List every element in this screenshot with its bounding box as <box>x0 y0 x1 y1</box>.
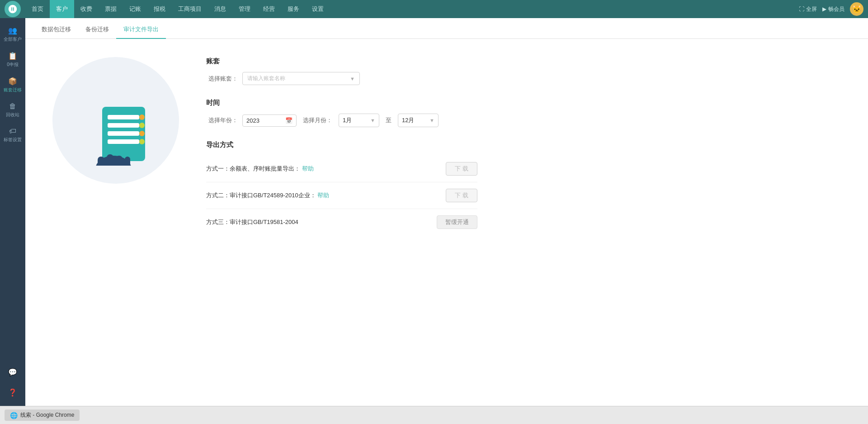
taskbar: 🌐 线索 - Google Chrome <box>0 406 868 424</box>
month-end-select[interactable]: 12月 ▼ <box>398 114 439 127</box>
nav-business[interactable]: 工商项目 <box>172 0 208 18</box>
svg-point-7 <box>139 131 145 136</box>
method-1-text: 方式一：余额表、序时账批量导出： 帮助 <box>206 165 314 173</box>
sidebar: 👥 全部客户 📋 0申报 📦 账套迁移 🗑 回收站 🏷 标签设置 💬 ❓ <box>0 18 25 406</box>
chrome-icon: 🌐 <box>10 412 18 419</box>
sidebar-bottom: 💬 ❓ <box>8 363 17 406</box>
svg-rect-2 <box>108 123 139 128</box>
method-1-download-button[interactable]: 下 载 <box>446 162 477 176</box>
method-3-text: 方式三：审计接口GB/T19581-2004 <box>206 218 298 226</box>
migration-icon: 📦 <box>8 77 17 86</box>
sidebar-help-icon[interactable]: ❓ <box>8 384 17 401</box>
fullscreen-button[interactable]: ⛶ 全屏 <box>799 5 817 13</box>
nav-home[interactable]: 首页 <box>25 0 50 18</box>
svg-rect-3 <box>108 131 139 136</box>
svg-rect-10 <box>98 157 104 166</box>
svg-rect-1 <box>108 115 139 119</box>
method-1-help-link[interactable]: 帮助 <box>302 165 314 172</box>
method-2-label: 方式二：审计接口GB/T24589-2010企业： <box>206 192 316 199</box>
method-1-label: 方式一：余额表、序时账批量导出： <box>206 165 300 172</box>
account-select[interactable]: 请输入账套名称 ▼ <box>242 72 360 85</box>
illustration-svg <box>75 75 156 166</box>
month-start-select[interactable]: 1月 ▼ <box>339 114 379 127</box>
sidebar-item-zero-declaration[interactable]: 📋 0申报 <box>0 47 25 72</box>
nav-service[interactable]: 服务 <box>281 0 306 18</box>
member-button[interactable]: ▶ 畅会员 <box>822 5 844 13</box>
recycle-icon: 🗑 <box>9 102 16 110</box>
svg-rect-4 <box>108 139 139 144</box>
year-input-wrap[interactable]: 2023 📅 <box>242 114 297 127</box>
account-row: 选择账套： 请输入账套名称 ▼ <box>206 72 477 85</box>
svg-point-8 <box>139 139 145 144</box>
nav-settings[interactable]: 设置 <box>306 0 330 18</box>
calendar-icon: 📅 <box>285 117 292 124</box>
export-method-2: 方式二：审计接口GB/T24589-2010企业： 帮助 下 载 <box>206 182 477 209</box>
year-label: 选择年份： <box>206 116 238 124</box>
year-value: 2023 <box>246 117 285 124</box>
to-label: 至 <box>386 116 392 124</box>
nav-fee[interactable]: 收费 <box>74 0 99 18</box>
fullscreen-icon: ⛶ <box>799 6 804 12</box>
play-icon: ▶ <box>822 6 826 12</box>
illustration <box>52 57 179 184</box>
svg-rect-13 <box>125 157 130 166</box>
svg-rect-11 <box>107 154 113 166</box>
method-2-help-link[interactable]: 帮助 <box>317 192 329 199</box>
nav-bookkeeping[interactable]: 记账 <box>123 0 147 18</box>
main-layout: 👥 全部客户 📋 0申报 📦 账套迁移 🗑 回收站 🏷 标签设置 💬 ❓ <box>0 18 868 406</box>
svg-point-6 <box>139 123 145 128</box>
nav-right: ⛶ 全屏 ▶ 畅会员 🐱 <box>799 2 863 16</box>
sidebar-item-account-migration[interactable]: 📦 账套迁移 <box>0 72 25 98</box>
account-section-title: 账套 <box>206 57 477 66</box>
export-method-1: 方式一：余额表、序时账批量导出： 帮助 下 载 <box>206 156 477 182</box>
method-2-download-button[interactable]: 下 载 <box>446 189 477 202</box>
month-label: 选择月份： <box>303 116 332 124</box>
time-section-title: 时间 <box>206 99 477 107</box>
nav-message[interactable]: 消息 <box>208 0 232 18</box>
logo <box>5 1 21 17</box>
month-end-value: 12月 <box>402 116 414 124</box>
month-start-chevron: ▼ <box>370 118 375 123</box>
time-inputs: 2023 📅 选择月份： 1月 ▼ 至 12月 ▼ <box>242 114 439 127</box>
nav-operation[interactable]: 经营 <box>257 0 281 18</box>
export-method-3: 方式三：审计接口GB/T19581-2004 暂缓开通 <box>206 209 477 235</box>
nav-customer[interactable]: 客户 <box>50 0 74 18</box>
sidebar-item-all-customers[interactable]: 👥 全部客户 <box>0 22 25 47</box>
nav-manage[interactable]: 管理 <box>232 0 257 18</box>
month-end-chevron: ▼ <box>429 118 434 123</box>
content-area: 数据包迁移 备份迁移 审计文件导出 <box>25 18 868 406</box>
method-2-text: 方式二：审计接口GB/T24589-2010企业： 帮助 <box>206 191 329 200</box>
chevron-down-icon: ▼ <box>350 76 355 81</box>
nav-invoice[interactable]: 票据 <box>99 0 123 18</box>
method-3-label: 方式三：审计接口GB/T19581-2004 <box>206 219 298 225</box>
tab-data-migration[interactable]: 数据包迁移 <box>34 21 78 39</box>
tab-bar: 数据包迁移 备份迁移 审计文件导出 <box>25 18 868 39</box>
export-section-title: 导出方式 <box>206 141 477 149</box>
tag-icon: 🏷 <box>9 127 16 135</box>
time-row: 选择年份： 2023 📅 选择月份： 1月 ▼ 至 12月 <box>206 114 477 127</box>
nav-items: 首页 客户 收费 票据 记账 报税 工商项目 消息 管理 经营 服务 设置 <box>25 0 799 18</box>
sidebar-item-tag-settings[interactable]: 🏷 标签设置 <box>0 123 25 148</box>
top-nav: 首页 客户 收费 票据 记账 报税 工商项目 消息 管理 经营 服务 设置 ⛶ … <box>0 0 868 18</box>
svg-point-5 <box>139 114 145 120</box>
sidebar-item-recycle[interactable]: 🗑 回收站 <box>0 98 25 123</box>
month-start-value: 1月 <box>343 116 352 124</box>
nav-tax[interactable]: 报税 <box>147 0 172 18</box>
customers-icon: 👥 <box>8 26 17 35</box>
account-placeholder: 请输入账套名称 <box>247 75 285 82</box>
avatar[interactable]: 🐱 <box>850 2 863 16</box>
taskbar-item-label: 线索 - Google Chrome <box>20 411 74 419</box>
svg-rect-12 <box>116 156 123 166</box>
tab-audit-export[interactable]: 审计文件导出 <box>116 21 166 39</box>
sidebar-chat-icon[interactable]: 💬 <box>8 363 17 381</box>
chat-icon: 💬 <box>8 368 17 376</box>
page-content: 账套 选择账套： 请输入账套名称 ▼ 时间 选择年份： 2023 <box>25 39 868 253</box>
taskbar-chrome-item[interactable]: 🌐 线索 - Google Chrome <box>5 410 80 421</box>
method-3-pending-button[interactable]: 暂缓开通 <box>437 215 477 229</box>
declaration-icon: 📋 <box>8 52 17 60</box>
help-icon: ❓ <box>8 388 17 397</box>
form-area: 账套 选择账套： 请输入账套名称 ▼ 时间 选择年份： 2023 <box>206 57 477 235</box>
tab-backup-migration[interactable]: 备份迁移 <box>78 21 116 39</box>
account-label: 选择账套： <box>206 75 238 83</box>
